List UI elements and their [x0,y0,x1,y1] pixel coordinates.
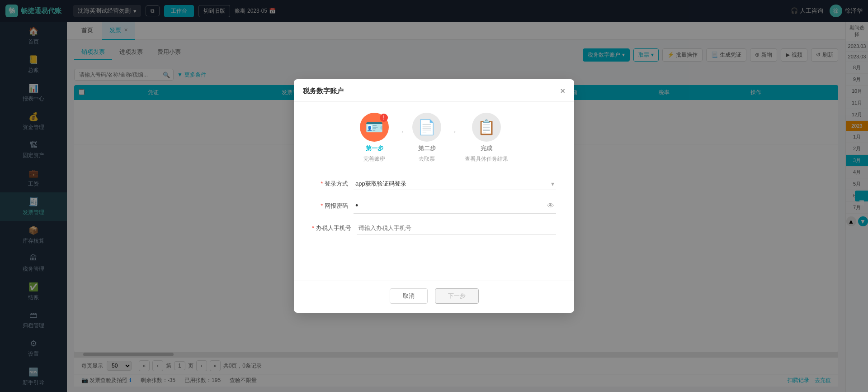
login-method-row: * 登录方式 app获取验证码登录 ▾ [312,177,556,190]
step-1-label: 第一步 [366,144,383,153]
next-button[interactable]: 下一步 [435,288,479,304]
modal-footer: 取消 下一步 [294,281,574,313]
modal-header: 税务数字账户 × [294,79,574,102]
password-label: * 网报密码 [312,202,348,210]
phone-row: * 办税人手机号 [312,222,556,234]
step-1-desc: 完善账密 [363,155,385,163]
password-row: * 网报密码 👁 [312,198,556,214]
cancel-button[interactable]: 取消 [390,288,428,304]
modal-body: 🪪 ! 第一步 完善账密 → 📄 第二步 去取票 → [294,102,574,281]
required-mark: * [321,202,323,209]
required-mark: * [312,225,314,231]
step-2-circle: 📄 [412,113,441,142]
login-method-control: app获取验证码登录 ▾ [354,177,556,190]
step-3-label: 完成 [481,144,492,153]
step-2: 📄 第二步 去取票 [412,113,441,163]
step-1-badge: ! [380,114,388,122]
step-3-icon: 📋 [477,119,495,136]
password-control: 👁 [354,198,556,214]
step-3: 📋 完成 查看具体任务结果 [465,113,508,163]
step-2-label: 第二步 [418,144,436,153]
step-2-icon: 📄 [418,119,436,136]
step-arrow-2: → [448,126,458,149]
modal-overlay: 税务数字账户 × 🪪 ! 第一步 完善账密 → [0,0,868,392]
phone-label: * 办税人手机号 [312,224,351,232]
password-input[interactable] [354,198,556,214]
step-2-desc: 去取票 [419,155,435,163]
step-arrow-1: → [396,126,405,149]
login-method-label: * 登录方式 [312,180,348,188]
required-mark: * [321,180,323,187]
modal-close-btn[interactable]: × [560,86,565,96]
step-1-circle: 🪪 ! [360,113,389,142]
phone-control [357,222,556,234]
step-3-desc: 查看具体任务结果 [465,155,508,163]
login-method-select[interactable]: app获取验证码登录 [354,177,556,190]
step-1: 🪪 ! 第一步 完善账密 [360,113,389,163]
tax-account-modal: 税务数字账户 × 🪪 ! 第一步 完善账密 → [294,79,574,313]
step-1-icon: 🪪 [365,119,383,136]
form-spacer [312,243,556,270]
modal-title: 税务数字账户 [303,87,344,96]
select-dropdown-icon: ▾ [551,180,554,187]
eye-icon[interactable]: 👁 [547,202,554,210]
phone-input[interactable] [357,222,556,234]
step-3-circle: 📋 [472,113,501,142]
steps: 🪪 ! 第一步 完善账密 → 📄 第二步 去取票 → [312,113,556,163]
